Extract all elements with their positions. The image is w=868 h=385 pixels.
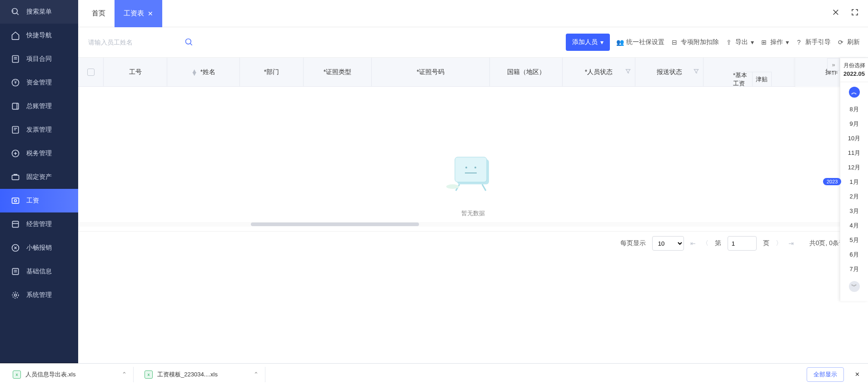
month-item[interactable]: 2月 xyxy=(840,189,868,204)
sidebar-label: 总账管理 xyxy=(26,102,52,110)
sidebar-label: 发票管理 xyxy=(26,126,52,134)
empty-text: 暂无数据 xyxy=(461,209,485,217)
sidebar-item-info[interactable]: 基础信息 xyxy=(0,260,78,283)
horizontal-scrollbar[interactable] xyxy=(78,222,868,227)
sidebar-label: 经营管理 xyxy=(26,220,52,228)
grid-icon: ⊞ xyxy=(760,39,768,46)
last-page-icon[interactable]: ⇥ xyxy=(788,240,794,247)
sidebar-item-contract[interactable]: 项目合同 xyxy=(0,47,78,71)
svg-point-13 xyxy=(15,200,17,202)
svg-rect-8 xyxy=(12,103,18,109)
month-item[interactable]: 5月 xyxy=(840,233,868,247)
sidebar-item-business[interactable]: 经营管理 xyxy=(0,212,78,236)
refresh-link[interactable]: ⟳刷新 xyxy=(837,38,860,46)
deduction-link[interactable]: ⊟专项附加扣除 xyxy=(671,38,719,46)
col-report[interactable]: 报送状态 xyxy=(635,58,703,86)
col-base-salary[interactable]: *基本工资 xyxy=(733,72,753,86)
info-icon xyxy=(11,267,20,276)
month-item[interactable]: 9月 xyxy=(840,117,868,131)
filter-icon[interactable] xyxy=(693,68,699,76)
fullscreen-icon[interactable] xyxy=(848,5,862,19)
sidebar-label: 资金管理 xyxy=(26,79,52,87)
download-chip[interactable]: x 工资模板_223034....xls ⌃ xyxy=(138,367,265,382)
month-panel-title: 月份选择 xyxy=(840,58,868,70)
col-salary-group: *基本工资 津贴 xyxy=(703,58,802,86)
sidebar-item-reimburse[interactable]: 小畅报销 xyxy=(0,236,78,260)
sort-icon[interactable]: ▲▼ xyxy=(191,69,198,75)
social-settings-link[interactable]: 👥统一社保设置 xyxy=(616,38,664,46)
page-size-select[interactable]: 10 xyxy=(652,236,684,251)
col-idno[interactable]: *证照号码 xyxy=(372,58,490,86)
scroll-up-icon[interactable]: ︽ xyxy=(849,87,860,98)
sidebar-label: 小畅报销 xyxy=(26,244,52,252)
month-item[interactable]: 10月 xyxy=(840,131,868,146)
scroll-down-icon[interactable]: ︾ xyxy=(849,281,860,292)
next-page-icon[interactable]: 〉 xyxy=(776,239,782,247)
col-nation[interactable]: 国籍（地区） xyxy=(490,58,563,86)
tab-home[interactable]: 首页 xyxy=(83,0,115,27)
salary-icon xyxy=(11,196,20,205)
sidebar-item-assets[interactable]: 固定资产 xyxy=(0,165,78,189)
svg-rect-11 xyxy=(12,175,19,180)
svg-point-31 xyxy=(446,184,459,189)
col-name[interactable]: ▲▼*姓名 xyxy=(167,58,240,86)
col-status[interactable]: *人员状态 xyxy=(563,58,635,86)
col-id[interactable]: 工号 xyxy=(104,58,167,86)
download-bar: x 人员信息导出表.xls ⌃ x 工资模板_223034....xls ⌃ 全… xyxy=(0,363,868,385)
add-person-button[interactable]: 添加人员 ▾ xyxy=(566,34,610,51)
page-input[interactable] xyxy=(728,236,757,251)
help-icon: ? xyxy=(795,39,803,46)
chevron-up-icon[interactable]: ⌃ xyxy=(254,371,259,378)
page-size-label: 每页显示 xyxy=(620,239,646,247)
sidebar-item-search[interactable]: 搜索菜单 xyxy=(0,0,78,24)
sidebar-item-quicknav[interactable]: 快捷导航 xyxy=(0,24,78,47)
month-item[interactable]: 4月 xyxy=(840,218,868,233)
search-input[interactable] xyxy=(86,34,195,50)
close-icon[interactable]: ✕ xyxy=(148,10,153,17)
close-icon[interactable]: ✕ xyxy=(853,368,862,380)
download-chip[interactable]: x 人员信息导出表.xls ⌃ xyxy=(6,367,134,382)
main: 首页 工资表 ✕ 添加人员 ▾ 👥统一社保设置 ⊟专项附加扣除 ⇪导出 ▾ xyxy=(78,0,868,385)
close-all-icon[interactable] xyxy=(829,5,843,19)
sidebar-item-funds[interactable]: ¥ 资金管理 xyxy=(0,71,78,94)
show-all-downloads-button[interactable]: 全部显示 xyxy=(807,367,844,382)
filter-icon[interactable] xyxy=(625,68,631,76)
sidebar-item-tax[interactable]: 税务管理 xyxy=(0,142,78,165)
export-link[interactable]: ⇪导出 ▾ xyxy=(725,38,754,46)
home-icon xyxy=(11,31,20,40)
search-icon[interactable] xyxy=(185,38,194,48)
col-allowance[interactable]: 津贴 xyxy=(753,72,772,86)
asset-icon xyxy=(11,173,20,182)
tag-icon: ⊟ xyxy=(671,39,678,46)
month-item[interactable]: 12月 xyxy=(840,160,868,175)
sidebar-label: 税务管理 xyxy=(26,149,52,158)
svg-point-20 xyxy=(15,294,17,296)
prev-page-icon[interactable]: 〈 xyxy=(702,239,708,247)
month-panel-toggle[interactable]: » xyxy=(827,58,840,71)
col-idtype[interactable]: *证照类型 xyxy=(304,58,372,86)
month-item[interactable]: 20231月 xyxy=(840,175,868,189)
col-dept[interactable]: *部门 xyxy=(240,58,304,86)
month-item[interactable]: 11月 xyxy=(840,146,868,160)
chevron-down-icon: ▾ xyxy=(786,39,789,46)
sidebar-item-invoice[interactable]: 发票管理 xyxy=(0,118,78,142)
month-item[interactable]: 3月 xyxy=(840,204,868,218)
svg-text:¥: ¥ xyxy=(14,80,17,85)
month-panel: 月份选择 2022.05 ︽ 8月 9月 10月 11月 12月 20231月 … xyxy=(840,58,868,301)
month-item[interactable]: 7月 xyxy=(840,262,868,276)
sidebar-label: 固定资产 xyxy=(26,173,52,181)
sidebar-item-system[interactable]: 系统管理 xyxy=(0,283,78,307)
select-all-checkbox[interactable] xyxy=(78,58,104,86)
sidebar-item-ledger[interactable]: 总账管理 xyxy=(0,94,78,118)
tab-salary[interactable]: 工资表 ✕ xyxy=(115,0,162,27)
sidebar: 搜索菜单 快捷导航 项目合同 ¥ 资金管理 总账管理 发票管理 xyxy=(0,0,78,385)
sidebar-item-salary[interactable]: 工资 xyxy=(0,189,78,212)
chevron-up-icon[interactable]: ⌃ xyxy=(122,371,127,378)
month-item[interactable]: 6月 xyxy=(840,247,868,262)
operate-link[interactable]: ⊞操作 ▾ xyxy=(760,38,789,46)
business-icon xyxy=(11,220,20,229)
first-page-icon[interactable]: ⇤ xyxy=(690,240,696,247)
guide-link[interactable]: ?新手引导 xyxy=(795,38,831,46)
month-item[interactable]: 8月 xyxy=(840,102,868,117)
svg-line-25 xyxy=(190,44,192,45)
